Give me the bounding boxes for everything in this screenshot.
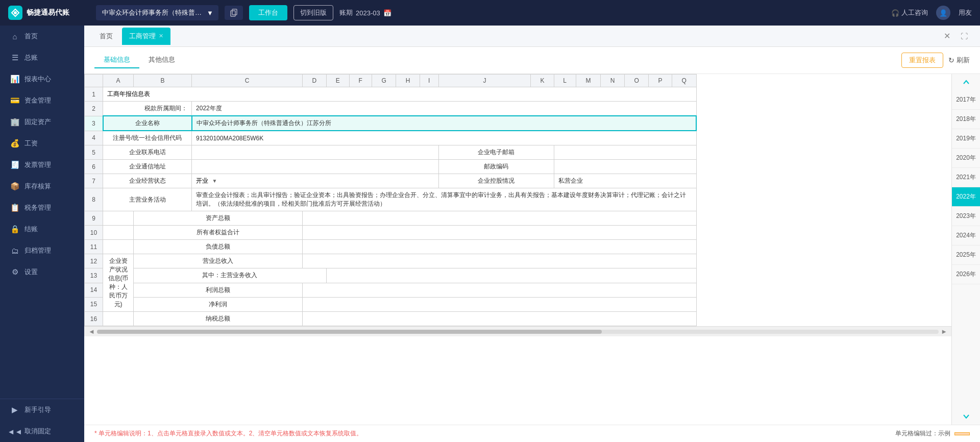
col-a[interactable]: A [103,75,134,87]
tab-close-icon[interactable]: ✕ [159,33,163,39]
toolbar: 基础信息 其他信息 重置报表 ↻ 刷新 [84,47,980,74]
table-row: 9 资产总额 [85,211,697,226]
company-selector[interactable]: 中审众环会计师事务所（特殊普通合伙… ▼ [96,5,218,20]
col-g[interactable]: G [372,75,396,87]
col-l[interactable]: L [554,75,576,87]
tab-business[interactable]: 工商管理 ✕ [122,28,170,45]
sidebar-item-ledger[interactable]: ☰ 总账 [0,47,84,68]
sidebar-item-tax[interactable]: 📋 税务管理 [0,197,84,218]
maximize-btn[interactable]: ⛶ [957,32,972,40]
workbench-button[interactable]: 工作台 [249,5,287,20]
year-item-2019[interactable]: 2019年 [952,129,980,149]
col-i[interactable]: I [420,75,438,87]
col-k[interactable]: K [531,75,554,87]
cell-business-value[interactable]: 审查企业会计报表；出具审计报告；验证企业资本；出具验资报告；办理企业合开、分立、… [192,188,696,211]
cell-debt-label: 负债总额 [134,240,303,254]
year-item-2025[interactable]: 2025年 [952,245,980,265]
row-num: 8 [85,188,103,211]
year-item-2024[interactable]: 2024年 [952,226,980,245]
consult-button[interactable]: 🎧 人工咨询 [891,8,928,17]
row-num: 1 [85,87,103,102]
sidebar-item-invoice[interactable]: 🧾 发票管理 [0,154,84,176]
col-o[interactable]: O [624,75,649,87]
tab-home[interactable]: 首页 [92,28,120,45]
cell-email-value[interactable] [554,145,696,160]
col-q[interactable]: Q [672,75,696,87]
scroll-right-btn[interactable]: ► [939,328,949,335]
row-num: 9 [85,211,103,226]
col-e[interactable]: E [326,75,349,87]
cell-status-value[interactable]: 开业 ▼ [192,174,439,188]
copy-icon-btn[interactable] [225,6,243,20]
sidebar-item-report[interactable]: 📊 报表中心 [0,68,84,90]
sidebar-item-salary[interactable]: 💰 工资 [0,133,84,154]
cell-company-value[interactable]: 中审众环会计师事务所（特殊普通合伙）江苏分所 [192,116,696,131]
year-item-2017[interactable]: 2017年 [952,90,980,110]
old-version-button[interactable]: 切到旧版 [293,5,333,20]
cell-regcode-value[interactable]: 91320100MA208E5W6K [192,131,696,145]
cell-tax-total-value[interactable] [303,312,696,326]
cell-phone-value[interactable] [192,145,439,160]
hscroll-thumb[interactable] [97,330,602,334]
col-b[interactable]: B [134,75,192,87]
sidebar-item-newbie[interactable]: ▶ 新手引导 [0,399,84,421]
tab-business-label: 工商管理 [129,32,156,41]
col-f[interactable]: F [349,75,372,87]
col-n[interactable]: N [601,75,624,87]
cell-zipcode-label: 邮政编码 [438,160,554,174]
sidebar-item-unpin[interactable]: ◄◄ 取消固定 [0,421,84,442]
cell-revenue-value[interactable] [303,254,696,268]
bottom-right: 单元格编辑过：示例 [895,429,970,438]
col-d[interactable]: D [303,75,326,87]
year-item-2021[interactable]: 2021年 [952,168,980,187]
cell-net-profit-value[interactable] [303,297,696,311]
calendar-icon[interactable]: 📅 [383,9,391,17]
cell-total-assets-value[interactable] [303,211,696,226]
reset-report-button[interactable]: 重置报表 [901,53,943,68]
col-m[interactable]: M [576,75,601,87]
row-num: 14 [85,283,103,297]
table-row: 1 工商年报信息表 [85,87,697,102]
col-c[interactable]: C [192,75,303,87]
sheet-main[interactable]: A B C D E F G H I J K L M [84,74,951,425]
svg-rect-1 [231,11,235,16]
cell-empty [103,211,134,226]
scroll-left-btn[interactable]: ◄ [86,328,97,335]
close-window-btn[interactable]: ✕ [940,31,954,41]
sidebar-item-inventory[interactable]: 📦 库存核算 [0,176,84,197]
year-item-2020[interactable]: 2020年 [952,149,980,168]
col-p[interactable]: P [649,75,672,87]
sub-tab-basic[interactable]: 基础信息 [94,52,139,68]
sidebar-item-finance[interactable]: 💳 资金管理 [0,90,84,111]
sub-tab-other[interactable]: 其他信息 [139,52,184,68]
row-num: 15 [85,297,103,311]
sidebar-item-home[interactable]: ⌂ 首页 [0,26,84,47]
col-j[interactable]: J [438,75,531,87]
close-accounts-icon: 🔒 [10,225,19,234]
cell-period-value[interactable]: 2022年度 [192,102,696,116]
col-h[interactable]: H [396,75,420,87]
cell-ownership-value[interactable]: 私营企业 [554,174,696,188]
refresh-button[interactable]: ↻ 刷新 [948,56,970,65]
year-nav-up[interactable] [952,74,980,90]
sidebar-item-close[interactable]: 🔒 结账 [0,218,84,240]
cell-zipcode-value[interactable] [554,160,696,174]
cell-debt-value[interactable] [303,240,696,254]
sidebar-item-archive[interactable]: 🗂 归档管理 [0,240,84,261]
year-nav-down[interactable] [952,408,980,425]
sidebar-item-asset[interactable]: 🏢 固定资产 [0,111,84,133]
tab-home-label: 首页 [100,32,113,41]
cell-main-revenue-value[interactable] [326,268,696,283]
top-header: 畅捷通易代账 中审众环会计师事务所（特殊普通合伙… ▼ 工作台 切到旧版 账期 … [0,0,980,26]
year-item-2022[interactable]: 2022年 [952,187,980,207]
cell-profit-value[interactable] [303,283,696,297]
year-item-2023[interactable]: 2023年 [952,207,980,226]
cell-equity-value[interactable] [303,226,696,240]
year-item-2018[interactable]: 2018年 [952,110,980,129]
period-area: 账期 2023-03 📅 [339,8,391,17]
sidebar-item-settings[interactable]: ⚙ 设置 [0,261,84,283]
user-avatar: 👤 [936,6,950,20]
year-item-2026[interactable]: 2026年 [952,265,980,284]
cell-address-value[interactable] [192,160,439,174]
hscroll-track[interactable] [97,330,939,334]
